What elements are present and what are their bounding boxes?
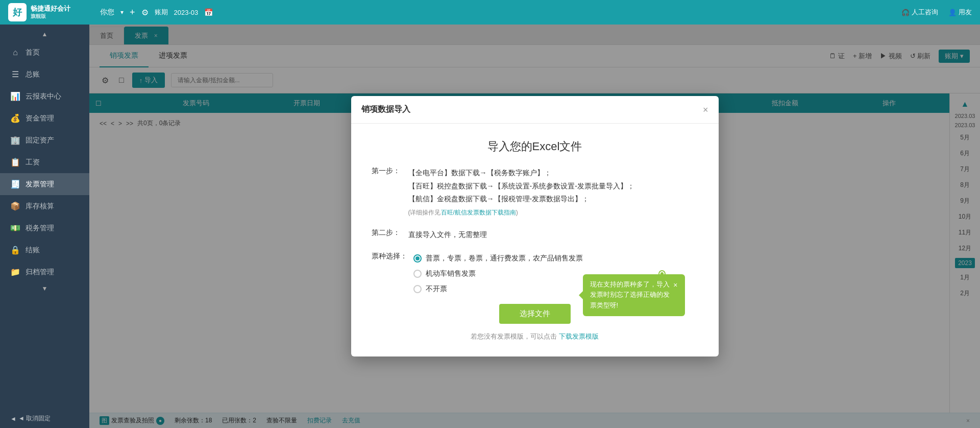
- ticket-row: 票种选择： 普票，专票，卷票，通行费发票，农产品销售发票 机动车销售发票: [372, 252, 698, 294]
- step1-line2: 【百旺】税控盘数据下载→【系统设置-系统参数设置-发票批量导入】；: [408, 180, 634, 193]
- sidebar-item-assets[interactable]: 🏢 固定资产: [0, 129, 89, 151]
- ticket-options: 普票，专票，卷票，通行费发票，农产品销售发票 机动车销售发票 ×: [413, 254, 583, 294]
- sidebar-item-tax-label: 税务管理: [26, 224, 54, 233]
- sidebar-item-funds[interactable]: 💰 资金管理: [0, 107, 89, 129]
- step1-link: (详细操作见百旺/航信发票数据下载指南): [408, 207, 634, 219]
- modal-body: 导入您的Excel文件 第一步： 【全电平台】数据下载→【税务数字账户】； 【百…: [351, 124, 719, 356]
- ledger-icon: ☰: [10, 69, 20, 79]
- account-dropdown-icon[interactable]: ▾: [120, 9, 124, 16]
- modal-title: 销项数据导入: [361, 104, 410, 115]
- modal-main-title: 导入您的Excel文件: [372, 139, 698, 154]
- close-accounts-icon: 🔒: [10, 245, 20, 255]
- user-icon: 👤: [948, 9, 957, 16]
- funds-icon: 💰: [10, 113, 20, 123]
- settings-icon[interactable]: ⚙: [141, 8, 149, 17]
- ticket-option-motor[interactable]: 机动车销售发票 × 现在支持的票种多了，导入发票时别忘了选择正确的发票类型呀!: [413, 269, 583, 278]
- sidebar-item-ledger-label: 总账: [26, 70, 40, 79]
- sidebar-item-funds-label: 资金管理: [26, 114, 54, 123]
- logo: 好 畅捷通好会计 旗舰版: [8, 3, 90, 21]
- modal-ticket-type: 票种选择： 普票，专票，卷票，通行费发票，农产品销售发票 机动车销售发票: [372, 252, 698, 294]
- sidebar-scroll-up[interactable]: ▲: [0, 29, 89, 42]
- sidebar-item-reports[interactable]: 📊 云报表中心: [0, 85, 89, 107]
- logo-text: 畅捷通好会计: [31, 5, 70, 13]
- add-button[interactable]: +: [130, 7, 135, 18]
- sidebar-scroll-down[interactable]: ▼: [0, 283, 89, 296]
- tooltip-text: 现在支持的票种多了，导入发票时别忘了选择正确的发票类型呀!: [590, 280, 670, 310]
- sidebar-item-assets-label: 固定资产: [26, 136, 54, 145]
- main-layout: ▲ ⌂ 首页 ☰ 总账 📊 云报表中心 💰 资金管理 🏢 固定资产 📋 工资 🧾…: [0, 25, 980, 428]
- cancel-fixed-button[interactable]: ◄ ◄ 取消固定: [0, 409, 89, 428]
- radio-motor[interactable]: [413, 270, 422, 278]
- template-link-row: 若您没有发票模版，可以点击 下载发票模版: [471, 332, 599, 341]
- sidebar-item-close-label: 结账: [26, 246, 40, 255]
- topbar: 好 畅捷通好会计 旗舰版 你您 ▾ + ⚙ 账期 2023-03 📅 🎧 人工咨…: [0, 0, 980, 25]
- guide-link[interactable]: 百旺/航信发票数据下载指南: [441, 209, 516, 216]
- step2-content: 直接导入文件，无需整理: [408, 228, 487, 241]
- tax-icon: 💵: [10, 223, 20, 233]
- cancel-icon: ◄: [10, 415, 16, 422]
- step2-row: 第二步： 直接导入文件，无需整理: [372, 228, 698, 241]
- step2-label: 第二步：: [372, 228, 402, 241]
- ticket-option-normal[interactable]: 普票，专票，卷票，通行费发票，农产品销售发票: [413, 254, 583, 263]
- sidebar-item-home[interactable]: ⌂ 首页: [0, 42, 89, 63]
- step1-line1: 【全电平台】数据下载→【税务数字账户】；: [408, 167, 634, 179]
- logo-sub: 旗舰版: [31, 13, 70, 20]
- tooltip-balloon: × 现在支持的票种多了，导入发票时别忘了选择正确的发票类型呀!: [583, 274, 685, 316]
- modal-step1: 第一步： 【全电平台】数据下载→【税务数字账户】； 【百旺】税控盘数据下载→【系…: [372, 167, 698, 218]
- sidebar-item-ledger[interactable]: ☰ 总账: [0, 63, 89, 85]
- ticket-noissue-label: 不开票: [426, 284, 447, 294]
- step1-row: 第一步： 【全电平台】数据下载→【税务数字账户】； 【百旺】税控盘数据下载→【系…: [372, 167, 698, 218]
- sidebar-item-invoice[interactable]: 🧾 发票管理: [0, 173, 89, 195]
- headphone-icon: 🎧: [901, 9, 910, 16]
- home-icon: ⌂: [10, 48, 20, 57]
- tooltip-close-button[interactable]: ×: [673, 279, 677, 291]
- sidebar-item-archive[interactable]: 📁 归档管理: [0, 261, 89, 283]
- sidebar-item-inventory-label: 库存核算: [26, 202, 54, 211]
- sidebar-item-payroll-label: 工资: [26, 158, 40, 167]
- sidebar-item-tax[interactable]: 💵 税务管理: [0, 217, 89, 239]
- ticket-label: 票种选择：: [372, 252, 407, 294]
- assets-icon: 🏢: [10, 135, 20, 145]
- radio-dot-normal: [415, 256, 420, 260]
- step1-label: 第一步：: [372, 167, 402, 218]
- invoice-icon: 🧾: [10, 179, 20, 189]
- ticket-normal-label: 普票，专票，卷票，通行费发票，农产品销售发票: [426, 254, 583, 263]
- sidebar-item-home-label: 首页: [26, 48, 40, 57]
- sidebar-item-close[interactable]: 🔒 结账: [0, 239, 89, 261]
- consult-button[interactable]: 🎧 人工咨询: [901, 8, 938, 17]
- user-button[interactable]: 👤 用友: [948, 8, 972, 17]
- reports-icon: 📊: [10, 91, 20, 101]
- step1-line3: 【航信】金税盘数据下载→【报税管理-发票数据导出】；: [408, 193, 634, 205]
- content-area: 首页 发票 × 销项发票 进项发票 🗒 证 + 新增: [89, 25, 980, 428]
- payroll-icon: 📋: [10, 157, 20, 167]
- sidebar-item-invoice-label: 发票管理: [26, 180, 54, 189]
- sidebar-item-inventory[interactable]: 📦 库存核算: [0, 195, 89, 217]
- sidebar-item-payroll[interactable]: 📋 工资: [0, 151, 89, 173]
- step1-content: 【全电平台】数据下载→【税务数字账户】； 【百旺】税控盘数据下载→【系统设置-系…: [408, 167, 634, 218]
- archive-icon: 📁: [10, 267, 20, 277]
- ticket-motor-label: 机动车销售发票: [426, 269, 476, 278]
- account-name[interactable]: 你您: [100, 8, 114, 17]
- sidebar: ▲ ⌂ 首页 ☰ 总账 📊 云报表中心 💰 资金管理 🏢 固定资产 📋 工资 🧾…: [0, 25, 89, 428]
- modal-header: 销项数据导入 ×: [351, 96, 719, 124]
- sidebar-item-archive-label: 归档管理: [26, 268, 54, 277]
- radio-normal[interactable]: [413, 254, 422, 263]
- import-modal: 销项数据导入 × 导入您的Excel文件 第一步： 【全电平台】数据下载→【税务…: [351, 96, 719, 356]
- period-value: 2023-03: [174, 9, 199, 16]
- modal-step2: 第二步： 直接导入文件，无需整理: [372, 228, 698, 241]
- topbar-right: 🎧 人工咨询 👤 用友: [901, 8, 972, 17]
- period-label: 账期: [155, 8, 168, 17]
- radio-noissue[interactable]: [413, 285, 422, 293]
- modal-close-button[interactable]: ×: [703, 105, 708, 114]
- sidebar-item-reports-label: 云报表中心: [26, 92, 61, 101]
- calendar-icon[interactable]: 📅: [204, 8, 213, 16]
- modal-overlay: 销项数据导入 × 导入您的Excel文件 第一步： 【全电平台】数据下载→【税务…: [89, 25, 980, 428]
- select-file-button[interactable]: 选择文件: [499, 304, 571, 324]
- logo-icon: 好: [8, 3, 27, 21]
- inventory-icon: 📦: [10, 201, 20, 211]
- ticket-option-noissue[interactable]: 不开票: [413, 284, 583, 294]
- download-template-link[interactable]: 下载发票模版: [559, 332, 599, 340]
